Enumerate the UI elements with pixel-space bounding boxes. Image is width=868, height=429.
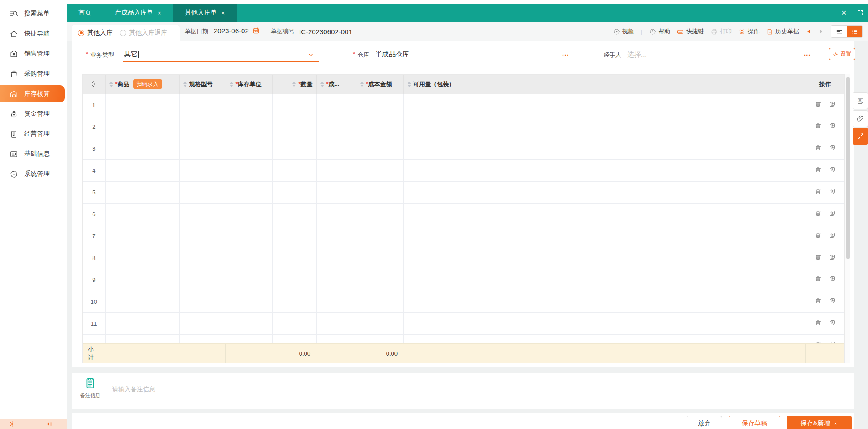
sidebar-item-purchase[interactable]: 采购管理 bbox=[0, 64, 67, 84]
row-cell[interactable] bbox=[403, 159, 806, 181]
tab-close-icon[interactable]: × bbox=[158, 10, 161, 16]
row-cell[interactable] bbox=[272, 94, 316, 116]
row-cell[interactable] bbox=[272, 225, 316, 247]
row-cell[interactable] bbox=[403, 138, 806, 159]
trash-icon[interactable] bbox=[815, 232, 822, 239]
trash-icon[interactable] bbox=[815, 276, 822, 282]
row-cell[interactable] bbox=[356, 291, 403, 312]
scrollbar-thumb[interactable] bbox=[846, 77, 850, 259]
trash-icon[interactable] bbox=[815, 144, 822, 151]
row-cell[interactable] bbox=[356, 312, 403, 334]
row-cell[interactable] bbox=[105, 116, 179, 138]
copy-plus-icon[interactable] bbox=[829, 210, 836, 217]
row-cell[interactable] bbox=[179, 225, 226, 247]
sort-icon[interactable] bbox=[109, 82, 113, 87]
row-cell[interactable] bbox=[226, 159, 272, 181]
row-cell[interactable] bbox=[272, 181, 316, 203]
sidebar-item-inventory[interactable]: 库存核算 bbox=[0, 85, 65, 102]
row-cell[interactable] bbox=[179, 247, 226, 269]
tab-close-icon[interactable]: × bbox=[222, 10, 225, 16]
sidebar-item-funds[interactable]: 资金管理 bbox=[0, 104, 67, 124]
row-cell[interactable] bbox=[179, 203, 226, 225]
row-cell[interactable] bbox=[105, 94, 179, 116]
row-cell[interactable] bbox=[226, 291, 272, 312]
hotkey-button[interactable]: 快捷键 bbox=[677, 27, 704, 36]
row-cell[interactable] bbox=[356, 159, 403, 181]
radio-other-in[interactable]: 其他入库 bbox=[78, 29, 113, 37]
save-and-new-button[interactable]: 保存&新增 bbox=[787, 416, 852, 429]
sidebar-item-business[interactable]: 经营管理 bbox=[0, 124, 67, 144]
row-cell[interactable] bbox=[316, 181, 356, 203]
copy-plus-icon[interactable] bbox=[829, 188, 836, 195]
row-cell[interactable] bbox=[356, 203, 403, 225]
radio-other-in-return[interactable]: 其他入库退库 bbox=[120, 29, 167, 37]
row-cell[interactable] bbox=[179, 181, 226, 203]
fullscreen-button[interactable] bbox=[857, 4, 864, 22]
row-cell[interactable] bbox=[403, 269, 806, 291]
list-view-button[interactable] bbox=[831, 26, 847, 37]
copy-plus-icon[interactable] bbox=[829, 254, 836, 260]
row-cell[interactable] bbox=[356, 116, 403, 138]
header-col-qty[interactable]: *数量 bbox=[272, 75, 316, 94]
sort-icon[interactable] bbox=[408, 82, 411, 87]
trash-icon[interactable] bbox=[815, 319, 822, 326]
row-cell[interactable] bbox=[316, 94, 356, 116]
row-cell[interactable] bbox=[226, 138, 272, 159]
row-cell[interactable] bbox=[316, 203, 356, 225]
row-cell[interactable] bbox=[356, 138, 403, 159]
trash-icon[interactable] bbox=[815, 188, 822, 195]
header-col-cost-price[interactable]: *成... bbox=[316, 75, 356, 94]
row-cell[interactable] bbox=[179, 159, 226, 181]
row-cell[interactable] bbox=[403, 203, 806, 225]
row-cell[interactable] bbox=[179, 269, 226, 291]
header-col-unit[interactable]: *库存单位 bbox=[226, 75, 272, 94]
row-cell[interactable] bbox=[105, 181, 179, 203]
row-cell[interactable] bbox=[356, 247, 403, 269]
biz-type-input[interactable]: 其它 bbox=[124, 50, 139, 59]
sidebar-item-system[interactable]: 系统管理 bbox=[0, 164, 67, 184]
sort-icon[interactable] bbox=[183, 82, 187, 87]
row-cell[interactable] bbox=[272, 138, 316, 159]
row-cell[interactable] bbox=[226, 94, 272, 116]
discard-button[interactable]: 放弃 bbox=[687, 416, 722, 429]
header-col-spec[interactable]: 规格型号 bbox=[179, 75, 226, 94]
row-cell[interactable] bbox=[272, 116, 316, 138]
copy-plus-icon[interactable] bbox=[829, 166, 836, 173]
header-col-product[interactable]: *商品扫码录入 bbox=[105, 75, 179, 94]
row-cell[interactable] bbox=[272, 203, 316, 225]
row-cell[interactable] bbox=[105, 138, 179, 159]
video-button[interactable]: 视频 bbox=[613, 27, 634, 36]
doc-date-input[interactable]: 2023-06-02 bbox=[213, 26, 264, 37]
sidebar-item-sales[interactable]: 销售管理 bbox=[0, 44, 67, 64]
copy-plus-icon[interactable] bbox=[829, 123, 836, 129]
sidebar-item-base-info[interactable]: 基础信息 bbox=[0, 144, 67, 164]
row-cell[interactable] bbox=[316, 269, 356, 291]
row-cell[interactable] bbox=[316, 291, 356, 312]
handler-more-button[interactable]: ... bbox=[804, 49, 811, 57]
row-cell[interactable] bbox=[403, 247, 806, 269]
row-cell[interactable] bbox=[403, 225, 806, 247]
row-cell[interactable] bbox=[403, 116, 806, 138]
sidebar-item-nav-home[interactable]: 快捷导航 bbox=[0, 24, 67, 44]
copy-plus-icon[interactable] bbox=[829, 144, 836, 151]
row-cell[interactable] bbox=[403, 94, 806, 116]
row-cell[interactable] bbox=[272, 247, 316, 269]
gear-icon[interactable] bbox=[90, 81, 97, 87]
collapse-sidebar-icon[interactable] bbox=[46, 421, 52, 427]
warehouse-input[interactable]: 半成品仓库 bbox=[375, 50, 409, 59]
window-close-button[interactable]: × bbox=[842, 4, 850, 22]
row-cell[interactable] bbox=[356, 225, 403, 247]
row-cell[interactable] bbox=[226, 312, 272, 334]
header-col-available[interactable]: 可用量（包装） bbox=[403, 75, 806, 94]
trash-icon[interactable] bbox=[815, 101, 822, 107]
row-cell[interactable] bbox=[316, 159, 356, 181]
row-cell[interactable] bbox=[105, 291, 179, 312]
row-cell[interactable] bbox=[179, 94, 226, 116]
row-cell[interactable] bbox=[272, 159, 316, 181]
print-button[interactable]: 打印 bbox=[711, 27, 732, 36]
row-cell[interactable] bbox=[105, 312, 179, 334]
header-col-cost-amount[interactable]: *成本金额 bbox=[356, 75, 403, 94]
row-cell[interactable] bbox=[179, 291, 226, 312]
gear-icon[interactable] bbox=[9, 421, 16, 427]
row-cell[interactable] bbox=[272, 291, 316, 312]
